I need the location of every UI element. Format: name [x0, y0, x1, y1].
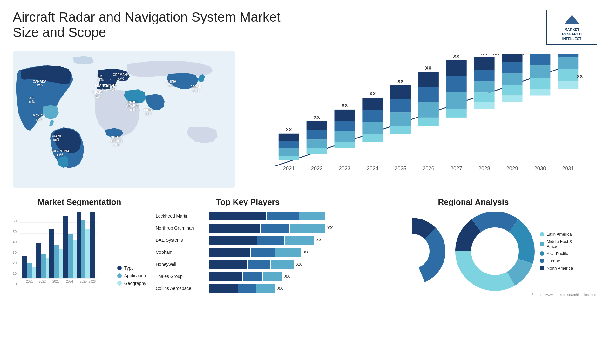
bar-seg-3 [275, 248, 301, 257]
legend-europe: Europe [540, 259, 573, 263]
player-bar-bae [209, 236, 314, 245]
y-tick-10: 10 [13, 272, 17, 275]
player-lockheed: Lockheed Martin [156, 212, 340, 220]
player-xx-cobham: XX [303, 250, 309, 254]
players-list: Lockheed Martin Northrop Grumman XX BAE … [156, 212, 340, 293]
seg-y-axis: 0 10 20 30 40 50 60 [13, 219, 17, 286]
svg-rect-56 [502, 73, 523, 85]
legend-type: Type [117, 266, 146, 271]
svg-text:2021: 2021 [26, 280, 33, 283]
player-xx-honeywell: XX [296, 262, 302, 266]
player-bar-thales [209, 272, 282, 281]
player-name-collins: Collins Aerospace [156, 286, 207, 291]
svg-rect-85 [41, 254, 46, 278]
svg-text:XX: XX [493, 54, 499, 56]
svg-rect-12 [307, 139, 327, 148]
svg-text:XX: XX [342, 103, 348, 108]
donut-chart-svg [374, 213, 450, 289]
player-name-bae: BAE Systems [156, 238, 207, 243]
bar-seg-2 [251, 248, 275, 257]
svg-rect-62 [530, 78, 551, 89]
bar-seg-2 [238, 284, 256, 293]
svg-rect-5 [279, 156, 299, 160]
svg-rect-6 [279, 148, 299, 156]
svg-rect-49 [474, 81, 495, 92]
key-players-title: Top Key Players [156, 197, 340, 207]
legend-application: Application [117, 273, 146, 278]
player-xx-northrop: XX [327, 226, 333, 230]
svg-rect-36 [418, 102, 439, 118]
svg-rect-23 [362, 134, 383, 142]
svg-rect-35 [418, 118, 439, 126]
logo-icon [564, 13, 580, 26]
svg-text:2025: 2025 [80, 280, 87, 283]
top-section: CANADAxx% U.S.xx% MEXICOxx% BRAZILxx% AR… [13, 51, 597, 188]
svg-text:XX: XX [577, 74, 583, 79]
player-name-thales: Thales Group [156, 274, 207, 279]
svg-text:2024: 2024 [367, 165, 378, 172]
y-tick-50: 50 [13, 230, 17, 233]
bar-seg-3 [271, 260, 294, 269]
y-tick-40: 40 [13, 240, 17, 244]
logo-text: MARKET RESEARCH INTELLECT [562, 27, 582, 41]
svg-rect-20 [335, 110, 355, 121]
player-xx-thales: XX [284, 274, 290, 279]
player-collins: Collins Aerospace XX [156, 284, 340, 293]
player-bar-collins [209, 284, 275, 293]
player-name-cobham: Cobham [156, 250, 207, 255]
svg-text:XX: XX [425, 65, 432, 71]
seg-legend: Type Application Geography [117, 266, 146, 286]
svg-text:XX: XX [369, 91, 376, 96]
regional-title: Regional Analysis [349, 197, 597, 207]
dot-europe [540, 259, 544, 263]
svg-rect-57 [502, 62, 523, 73]
svg-rect-41 [446, 109, 467, 118]
bar-seg-3 [290, 224, 325, 233]
page-header: Aircraft Radar and Navigation System Mar… [13, 10, 597, 45]
source-text: Source : www.marketresearchintellect.com [349, 293, 597, 297]
svg-text:XX: XX [519, 54, 526, 56]
svg-text:2030: 2030 [534, 165, 546, 172]
svg-text:2028: 2028 [478, 165, 490, 172]
svg-text:XX: XX [481, 54, 487, 56]
y-tick-60: 60 [13, 219, 17, 223]
segmentation-title: Market Segmentation [13, 197, 146, 207]
legend-north-america: North America [540, 266, 573, 271]
svg-rect-54 [502, 95, 523, 102]
svg-rect-92 [63, 216, 68, 278]
dot-north-america [540, 266, 544, 270]
svg-text:XX: XX [397, 79, 404, 84]
legend-geography: Geography [117, 281, 146, 286]
legend-dot-geography [117, 281, 122, 286]
bar-seg-2 [261, 224, 289, 233]
svg-text:XX: XX [314, 115, 320, 120]
y-tick-30: 30 [13, 251, 17, 254]
dot-asia-pacific [540, 251, 544, 256]
svg-rect-17 [335, 142, 355, 148]
seg-chart-svg: 2021 2022 2023 [20, 212, 97, 285]
svg-rect-64 [530, 54, 551, 65]
svg-rect-25 [362, 110, 383, 122]
svg-rect-30 [390, 112, 411, 126]
svg-text:XX: XX [286, 127, 292, 132]
svg-rect-7 [279, 141, 299, 148]
bottom-section: Market Segmentation 0 10 20 30 40 50 60 [13, 197, 597, 299]
svg-rect-24 [362, 122, 383, 134]
bar-seg-3 [263, 272, 282, 281]
y-tick-20: 20 [13, 261, 17, 265]
player-name-northrop: Northrop Grumman [156, 226, 207, 231]
svg-rect-51 [474, 57, 495, 70]
key-players-section: Top Key Players Lockheed Martin Northrop… [156, 197, 340, 299]
bar-seg-1 [209, 260, 247, 269]
bar-seg-1 [209, 272, 242, 281]
svg-rect-84 [36, 243, 41, 278]
legend-middle-east: Middle East &Africa [540, 239, 573, 249]
svg-rect-81 [27, 263, 32, 278]
bar-seg-3 [256, 284, 275, 293]
player-bar-northrop [209, 224, 325, 233]
seg-chart-area: 2021 2022 2023 [20, 212, 114, 286]
player-name-honeywell: Honeywell [156, 262, 207, 267]
bar-seg-1 [209, 248, 250, 257]
legend-dot-application [117, 273, 122, 278]
svg-rect-80 [22, 256, 27, 278]
